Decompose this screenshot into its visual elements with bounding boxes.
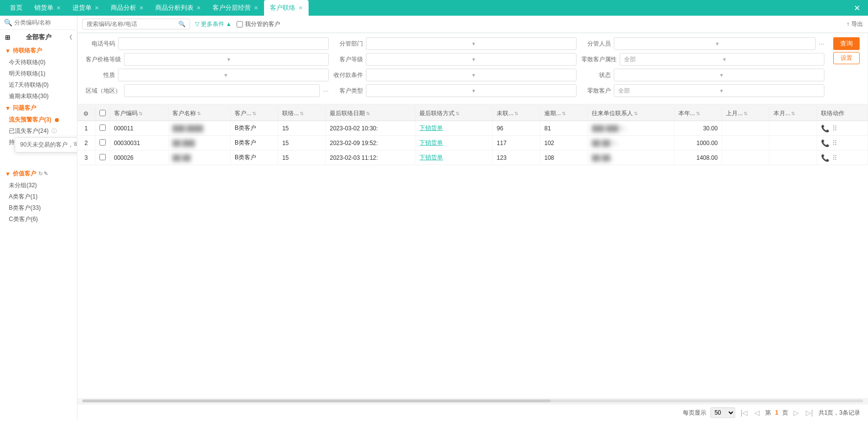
sidebar-item-7days[interactable]: 近7天待联络(0)	[0, 79, 77, 91]
td-last-method-2[interactable]: 下销货单	[415, 136, 493, 150]
tab-customer-contact-close[interactable]: ✕	[298, 5, 303, 11]
td-last-method-3[interactable]: 下销货单	[415, 150, 493, 165]
sidebar-item-tomorrow[interactable]: 明天待联络(1)	[0, 68, 77, 79]
filter-search-btn[interactable]: 🔍	[178, 21, 186, 27]
tab-sales-close[interactable]: ✕	[56, 5, 61, 11]
select-all-checkbox[interactable]	[99, 110, 106, 116]
filter-my-customer[interactable]: 我分管的客户	[237, 20, 280, 28]
tab-analysis-list-close[interactable]: ✕	[196, 5, 201, 11]
filter-status-select[interactable]: ▼	[614, 69, 824, 81]
th-code[interactable]: 客户编码⇅	[110, 106, 168, 121]
query-button[interactable]: 查询	[833, 37, 860, 50]
row-2-phone-icon[interactable]: 📞	[821, 139, 829, 147]
sidebar-section-pending[interactable]: ▼ 待联络客户	[0, 45, 77, 57]
th-overdue[interactable]: 逾期...⇅	[540, 106, 588, 121]
export-btn[interactable]: ↑ 导出	[846, 20, 863, 28]
td-last-method-1[interactable]: 下销货单	[415, 121, 493, 136]
th-year[interactable]: 本年...⇅	[675, 106, 722, 121]
filter-gender-select[interactable]: ▼	[118, 69, 329, 81]
row-3-checkbox[interactable]	[99, 154, 106, 160]
row-3-phone-icon[interactable]: 📞	[821, 154, 829, 162]
filter-zero-attr-select[interactable]: 全部 ▼	[620, 53, 824, 66]
filter-phone-input[interactable]	[118, 37, 329, 50]
th-contact-num[interactable]: 联络...⇅	[278, 106, 326, 121]
th-cur-month[interactable]: 本月...⇅	[770, 106, 817, 121]
per-page-select[interactable]: 50 20 100	[710, 407, 735, 418]
sidebar-item-ungrouped[interactable]: 未分组(32)	[0, 180, 77, 191]
sidebar-item-churn-warning[interactable]: 流失预警客户(3)	[0, 114, 77, 125]
td-check-1[interactable]	[95, 121, 110, 136]
filter-panel: 电话号码 分管部门 ▼ 分管人员	[77, 33, 868, 104]
per-page-label: 每页显示	[683, 409, 706, 417]
tab-purchase-close[interactable]: ✕	[95, 5, 99, 11]
filter-area-select[interactable]	[124, 84, 320, 97]
filter-person-select[interactable]: ▼	[614, 37, 816, 50]
filter-gender-label: 性质	[86, 71, 115, 79]
sidebar-search-input[interactable]	[14, 19, 73, 26]
th-cust-type[interactable]: 客户...⇅	[231, 106, 278, 121]
th-last-method[interactable]: 最后联络方式⇅	[415, 106, 493, 121]
pag-prev-btn[interactable]: ◁	[753, 409, 761, 417]
sidebar-item-class-b[interactable]: B类客户(33)	[0, 202, 77, 214]
settings-button[interactable]: 设置	[833, 52, 860, 64]
row-3-more-icon[interactable]: ⠿	[832, 154, 837, 162]
tab-analysis-list[interactable]: 商品分析列表 ✕	[149, 0, 207, 16]
th-uncontact[interactable]: 未联...⇅	[493, 106, 540, 121]
filter-person-dots[interactable]: ···	[819, 40, 824, 48]
th-last-date[interactable]: 最后联络日期⇅	[326, 106, 415, 121]
scroll-track[interactable]	[82, 399, 863, 402]
sidebar-section-problem[interactable]: ▼ 问题客户	[0, 102, 77, 114]
sidebar-item-class-a[interactable]: A类客户(1)	[0, 191, 77, 202]
filter-cell-zero-cust: 零散客户 全部 ▼	[581, 84, 824, 97]
tab-customer-contact[interactable]: 客户联络 ✕	[264, 0, 309, 16]
th-last-month[interactable]: 上月...⇅	[722, 106, 770, 121]
sidebar-all-customers[interactable]: ⊞ 全部客户 《	[0, 30, 77, 45]
tab-customer-tier[interactable]: 客户分层经营 ✕	[207, 0, 264, 16]
th-check[interactable]	[95, 106, 110, 121]
td-last-method-3-link[interactable]: 下销货单	[419, 154, 443, 161]
horizontal-scrollbar[interactable]	[77, 398, 868, 404]
tab-analysis-close[interactable]: ✕	[139, 5, 144, 11]
sidebar-item-class-c[interactable]: C类客户(6)	[0, 214, 77, 225]
td-check-2[interactable]	[95, 136, 110, 150]
filter-cust-type-select[interactable]: ▼	[366, 84, 577, 97]
filter-my-checkbox[interactable]	[237, 21, 243, 27]
sidebar-item-lost[interactable]: 已流失客户(24) ⓘ	[0, 125, 77, 137]
pag-next-btn[interactable]: ▷	[792, 409, 800, 417]
th-contacts[interactable]: 往来单位联系人⇅	[588, 106, 675, 121]
filter-more-btn[interactable]: ▽ 更多条件 ▲	[195, 20, 232, 28]
td-last-method-2-link[interactable]: 下销货单	[419, 139, 443, 146]
tab-analysis[interactable]: 商品分析 ✕	[105, 0, 149, 16]
sidebar-item-today[interactable]: 今天待联络(0)	[0, 57, 77, 68]
row-1-phone-icon[interactable]: 📞	[821, 124, 829, 132]
sidebar-section-value[interactable]: ▼ 价值客户 ↻ ✎	[0, 168, 77, 180]
sidebar-item-overdue[interactable]: 逾期未联络(30)	[0, 91, 77, 102]
scroll-thumb[interactable]	[82, 399, 551, 402]
row-1-more-icon[interactable]: ⠿	[832, 124, 837, 132]
value-edit-icon[interactable]: ✎	[44, 171, 48, 177]
filter-dept-select[interactable]: ▼	[366, 37, 577, 50]
row-1-checkbox[interactable]	[99, 124, 106, 131]
row-2-more-icon[interactable]: ⠿	[832, 139, 837, 147]
td-last-method-1-link[interactable]: 下销货单	[419, 124, 443, 131]
th-settings[interactable]: ⚙	[77, 106, 95, 121]
th-name[interactable]: 客户名称⇅	[168, 106, 230, 121]
filter-price-level-select[interactable]: ▼	[124, 53, 329, 66]
tab-home[interactable]: 首页	[4, 0, 28, 16]
td-check-3[interactable]	[95, 150, 110, 165]
filter-cust-level-select[interactable]: ▼	[366, 53, 577, 66]
tab-customer-tier-close[interactable]: ✕	[254, 5, 258, 11]
filter-payment-select[interactable]: ▼	[366, 69, 577, 81]
filter-search-input[interactable]	[87, 21, 178, 27]
value-refresh-icon[interactable]: ↻	[38, 171, 43, 177]
filter-area-dots[interactable]: ···	[323, 87, 329, 95]
tab-purchase[interactable]: 进货单 ✕	[67, 0, 105, 16]
window-close-btn[interactable]: ✕	[850, 3, 864, 13]
filter-search-box[interactable]: 🔍	[82, 19, 190, 29]
td-last-date-1: 2023-03-02 10:30:	[326, 121, 415, 136]
pag-first-btn[interactable]: |◁	[739, 409, 749, 417]
pag-last-btn[interactable]: ▷|	[804, 409, 815, 417]
filter-zero-cust-select[interactable]: 全部 ▼	[614, 84, 824, 97]
row-2-checkbox[interactable]	[99, 139, 106, 146]
tab-sales[interactable]: 销货单 ✕	[28, 0, 67, 16]
